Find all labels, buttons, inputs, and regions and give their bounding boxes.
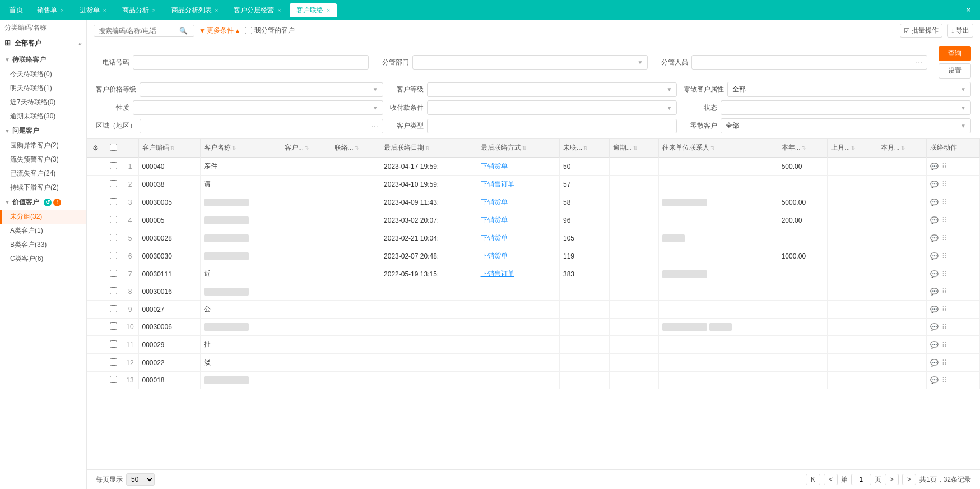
close-analysis-tab-icon[interactable]: × (152, 7, 156, 13)
td-last-method[interactable]: 下销货单 (477, 229, 559, 247)
row-checkbox[interactable] (110, 198, 117, 205)
close-analysis-list-tab-icon[interactable]: × (215, 7, 219, 13)
export-btn[interactable]: ↓ 导出 (947, 24, 973, 38)
th-code[interactable]: 客户编码⇅ (138, 139, 200, 158)
th-this-month[interactable]: 本月...⇅ (877, 139, 927, 158)
my-customers-checkbox[interactable]: 我分管的客户 (245, 26, 295, 35)
row-checkbox[interactable] (110, 340, 117, 348)
more-action-icon[interactable]: ⠿ (942, 359, 947, 367)
th-last-method[interactable]: 最后联络方式⇅ (477, 139, 559, 158)
td-last-method[interactable] (477, 301, 559, 319)
td-checkbox[interactable] (105, 301, 122, 319)
first-page-btn[interactable]: K (806, 474, 820, 485)
more-action-icon[interactable]: ⠿ (942, 163, 947, 170)
sidebar-group-problem[interactable]: ▼ 问题客户 (0, 123, 86, 139)
filter-phone-input[interactable] (133, 55, 369, 70)
query-btn[interactable]: 查询 (939, 46, 971, 61)
td-last-method[interactable] (477, 319, 559, 336)
sidebar-item-overdue-pending[interactable]: 逾期未联络(30) (0, 109, 86, 123)
filter-retail-customer-input[interactable]: 全部 ▼ (721, 118, 971, 133)
filter-payment-input[interactable]: ▼ (427, 100, 677, 115)
td-last-method[interactable]: 下销售订单 (477, 265, 559, 283)
contact-action-icon[interactable]: 💬 (930, 306, 939, 313)
filter-customer-level-input[interactable]: ▼ (427, 82, 677, 97)
th-settings[interactable]: ⚙ (87, 139, 105, 158)
last-page-btn[interactable]: > (902, 474, 916, 485)
sidebar-item-churned[interactable]: 已流失客户(24) (0, 167, 86, 181)
filter-dept-input[interactable]: ▼ (412, 55, 648, 70)
contact-action-icon[interactable]: 💬 (930, 252, 939, 260)
close-sales-tab-icon[interactable]: × (61, 7, 64, 13)
row-checkbox[interactable] (110, 270, 117, 277)
filter-status-input[interactable]: ▼ (721, 100, 971, 115)
td-last-method[interactable]: 下销货单 (477, 193, 559, 211)
contact-action-icon[interactable]: 💬 (930, 234, 939, 242)
row-checkbox[interactable] (110, 252, 117, 259)
td-checkbox[interactable] (105, 265, 122, 283)
td-checkbox[interactable] (105, 176, 122, 193)
filter-manager-input[interactable]: ··· (691, 55, 927, 70)
contact-action-icon[interactable]: 💬 (930, 199, 939, 206)
nav-analysis-list-tab[interactable]: 商品分析列表 × (165, 3, 225, 17)
more-action-icon[interactable]: ⠿ (942, 270, 947, 278)
td-last-method[interactable]: 下销货单 (477, 211, 559, 229)
nav-home-tab[interactable]: 首页 (4, 3, 28, 17)
more-action-icon[interactable]: ⠿ (942, 306, 947, 313)
th-customer-type[interactable]: 客户...⇅ (281, 139, 331, 158)
contact-action-icon[interactable]: 💬 (930, 216, 939, 224)
contact-action-icon[interactable]: 💬 (930, 341, 939, 349)
more-action-icon[interactable]: ⠿ (942, 199, 947, 206)
close-all-tabs-icon[interactable]: × (962, 5, 976, 15)
th-this-year[interactable]: 本年...⇅ (778, 139, 828, 158)
sidebar-item-tomorrow-pending[interactable]: 明天待联络(1) (0, 81, 86, 95)
td-checkbox[interactable] (105, 193, 122, 211)
td-checkbox[interactable] (105, 336, 122, 354)
more-action-icon[interactable]: ⠿ (942, 288, 947, 296)
batch-ops-btn[interactable]: ☑ 批量操作 (900, 24, 942, 38)
th-partner-contact[interactable]: 往来单位联系人⇅ (659, 139, 778, 158)
contact-action-icon[interactable]: 💬 (930, 270, 939, 278)
more-action-icon[interactable]: ⠿ (942, 323, 947, 331)
contact-action-icon[interactable]: 💬 (930, 163, 939, 170)
td-last-method[interactable]: 下销售订单 (477, 176, 559, 193)
row-checkbox[interactable] (110, 322, 117, 330)
prev-page-btn[interactable]: < (824, 474, 838, 485)
nav-sales-tab[interactable]: 销售单 × (30, 3, 71, 17)
td-last-method[interactable] (477, 283, 559, 301)
sidebar-item-abnormal[interactable]: 囤购异常客户(2) (0, 139, 86, 153)
row-checkbox[interactable] (110, 305, 117, 312)
contact-action-icon[interactable]: 💬 (930, 323, 939, 331)
nav-customer-seg-tab[interactable]: 客户分层经营 × (227, 3, 287, 17)
th-contact-type[interactable]: 联络...⇅ (331, 139, 380, 158)
th-last-month[interactable]: 上月...⇅ (828, 139, 877, 158)
filter-area-input[interactable]: ··· (140, 119, 383, 133)
nav-purchase-tab[interactable]: 进货单 × (73, 3, 113, 17)
th-uncontact[interactable]: 未联...⇅ (560, 139, 610, 158)
sidebar-collapse-icon[interactable]: « (78, 40, 82, 47)
refresh-icon[interactable]: ↺ (44, 199, 52, 206)
sidebar-item-class-a[interactable]: A类客户(1) (0, 224, 86, 238)
more-conditions-btn[interactable]: ▼ 更多条件 ▲ (199, 26, 240, 35)
th-name[interactable]: 客户名称⇅ (200, 139, 281, 158)
filter-nature-input[interactable]: ▼ (133, 100, 383, 115)
th-checkbox[interactable] (105, 139, 122, 158)
td-last-method[interactable] (477, 372, 559, 389)
page-number-input[interactable] (851, 474, 871, 485)
more-action-icon[interactable]: ⠿ (942, 376, 947, 384)
td-last-method[interactable]: 下销货单 (477, 247, 559, 265)
contact-action-icon[interactable]: 💬 (930, 288, 939, 296)
td-checkbox[interactable] (105, 283, 122, 301)
td-last-method[interactable] (477, 336, 559, 354)
contact-action-icon[interactable]: 💬 (930, 376, 939, 384)
td-checkbox[interactable] (105, 319, 122, 336)
sidebar-item-unclassified[interactable]: 未分组(32) (0, 210, 86, 224)
contact-action-icon[interactable]: 💬 (930, 359, 939, 367)
select-all-checkbox[interactable] (110, 144, 117, 151)
sidebar-item-class-c[interactable]: C类客户(6) (0, 252, 86, 266)
more-action-icon[interactable]: ⠿ (942, 341, 947, 349)
row-checkbox[interactable] (110, 358, 117, 366)
more-action-icon[interactable]: ⠿ (942, 234, 947, 242)
th-last-date[interactable]: 最后联络日期⇅ (380, 139, 477, 158)
more-action-icon[interactable]: ⠿ (942, 181, 947, 188)
close-customer-contact-tab-icon[interactable]: × (327, 7, 330, 13)
